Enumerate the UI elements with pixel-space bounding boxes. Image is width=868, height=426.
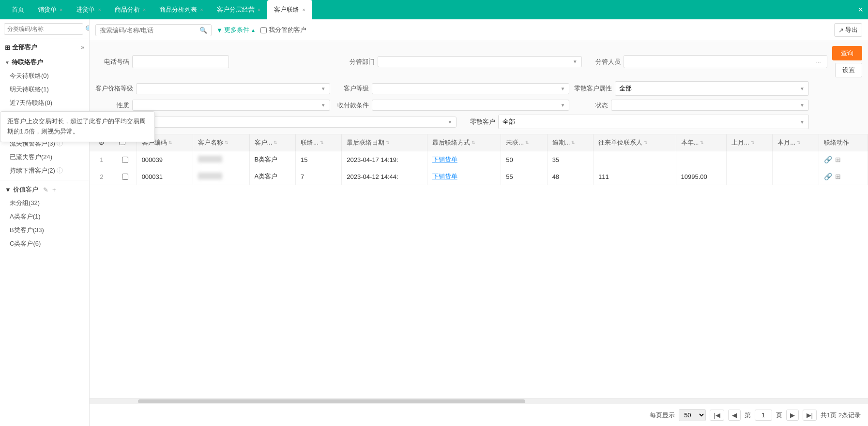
dept-select[interactable]: ▼ [378, 56, 581, 67]
nav-customer-seg-close[interactable]: × [258, 7, 260, 13]
row1-link-icon[interactable]: 🔗 [824, 156, 832, 163]
page-first-btn[interactable]: |◀ [710, 410, 724, 421]
row1-index: 1 [90, 151, 114, 168]
filter-customer-type: 客户类型 ▼ [109, 117, 457, 128]
page-prev-btn[interactable]: ◀ [728, 410, 741, 421]
filter-icon: ▼ [216, 27, 223, 34]
row2-checkbox[interactable] [114, 168, 137, 185]
per-page-label: 每页显示 [650, 411, 675, 420]
sidebar-item-7days[interactable]: 近7天待联络(0) [0, 96, 89, 110]
grade-sort-icon[interactable]: ⇅ [274, 140, 277, 145]
sidebar-all-customers[interactable]: ⊞ 全部客户 » [0, 39, 89, 56]
this-month-sort-icon[interactable]: ⇅ [797, 140, 801, 145]
phone-input[interactable] [132, 55, 229, 68]
date-sort-icon[interactable]: ⇅ [386, 140, 390, 145]
search-icon[interactable]: 🔍 [199, 27, 207, 34]
nav-product-list[interactable]: 商品分析列表 × [152, 0, 210, 19]
row1-last-method[interactable]: 下销货单 [427, 151, 501, 168]
row2-last-method[interactable]: 下销货单 [427, 168, 501, 185]
nav-product-list-close[interactable]: × [200, 7, 203, 13]
row2-last-date: 2023-04-12 14:44: [342, 168, 427, 185]
row2-linked-person: 111 [594, 168, 676, 185]
nav-home[interactable]: 首页 [5, 0, 31, 19]
status-select[interactable]: ▼ [611, 100, 809, 111]
price-grade-arrow: ▼ [321, 86, 326, 91]
page-next-btn[interactable]: ▶ [786, 410, 799, 421]
add-icon[interactable]: + [52, 186, 56, 193]
sidebar-item-ungroup[interactable]: 未分组(32) [0, 196, 89, 210]
person-dots[interactable]: ··· [814, 58, 823, 65]
page-last-btn[interactable]: ▶| [803, 410, 817, 421]
horizontal-scrollbar[interactable] [90, 398, 868, 404]
per-page-select[interactable]: 50 10 20 100 [679, 409, 706, 421]
code-sort-icon[interactable]: ⇅ [168, 140, 172, 145]
grade-label: 客户等级 [335, 84, 369, 93]
grade-select[interactable]: ▼ [372, 83, 570, 94]
page-input[interactable] [755, 410, 772, 421]
sidebar-item-today[interactable]: 今天待联络(0) [0, 69, 89, 83]
person-label: 分管人员 [587, 58, 621, 66]
nav-customer-contact-close[interactable]: × [302, 7, 305, 13]
overdue-sort-icon[interactable]: ⇅ [571, 140, 575, 145]
sidebar-pending-group[interactable]: ▼ 待联络客户 [0, 56, 89, 69]
pay-term-arrow: ▼ [560, 103, 565, 108]
nav-customer-seg[interactable]: 客户分层经营 × [210, 0, 267, 19]
price-grade-select[interactable]: ▼ [136, 83, 330, 94]
sidebar-item-tomorrow[interactable]: 明天待联络(1) [0, 83, 89, 96]
phone-label: 电话号码 [95, 58, 129, 66]
window-close-button[interactable]: × [858, 5, 863, 14]
zero-attr-select[interactable]: 全部 ▼ [615, 81, 809, 96]
pay-term-select[interactable]: ▼ [372, 100, 570, 111]
nav-sales-close[interactable]: × [60, 7, 62, 13]
sidebar-item-a-class[interactable]: A类客户(1) [0, 210, 89, 223]
col-uncontacted: 未联... ⇅ [501, 134, 547, 151]
sidebar-item-declining[interactable]: 持续下滑客户(2) ⓘ [0, 164, 89, 177]
gender-select[interactable]: ▼ [132, 100, 330, 111]
more-conditions-btn[interactable]: ▼ 更多条件 ▲ [216, 26, 256, 34]
sidebar-item-b-class[interactable]: B类客户(33) [0, 223, 89, 237]
arrow-down-icon-2: ▼ [5, 186, 11, 193]
name-sort-icon[interactable]: ⇅ [225, 140, 228, 145]
last-month-sort-icon[interactable]: ⇅ [751, 140, 755, 145]
query-button[interactable]: 查询 [832, 46, 862, 60]
uncontacted-sort-icon[interactable]: ⇅ [525, 140, 529, 145]
sidebar-search-input[interactable] [4, 23, 83, 35]
search-input[interactable] [100, 27, 198, 34]
contact-sort-icon[interactable]: ⇅ [320, 140, 324, 145]
sidebar-search-icon[interactable]: 🔍 [85, 25, 90, 33]
row2-grade: A类客户 [249, 168, 295, 185]
search-wrap: 🔍 [95, 24, 212, 36]
person-select[interactable]: ··· [624, 55, 827, 68]
table-row: 2 000031 A类客户 7 2023-04-12 14:44: 下销货单 5… [90, 168, 868, 185]
row2-index: 2 [90, 168, 114, 185]
year-sort-icon[interactable]: ⇅ [700, 140, 704, 145]
zero-customer-select[interactable]: 全部 ▼ [498, 115, 809, 129]
row2-grid-icon[interactable]: ⊞ [835, 173, 841, 180]
sidebar-item-c-class[interactable]: C类客户(6) [0, 237, 89, 250]
scrollbar-thumb[interactable] [138, 399, 525, 403]
export-button[interactable]: ↗ 导出 [834, 23, 862, 37]
col-last-date: 最后联络日期 ⇅ [342, 134, 427, 151]
person-sort-icon[interactable]: ⇅ [644, 140, 648, 145]
method-sort-icon[interactable]: ⇅ [472, 140, 475, 145]
sidebar-value-header[interactable]: ▼ 价值客户 ✎ + [0, 183, 89, 196]
nav-sales[interactable]: 销货单 × [31, 0, 69, 19]
nav-purchase-close[interactable]: × [98, 7, 101, 13]
sidebar-item-lost[interactable]: 已流失客户(24) [0, 150, 89, 164]
settings-button[interactable]: 设置 [835, 63, 862, 77]
row1-grid-icon[interactable]: ⊞ [835, 156, 841, 163]
col-linked-person: 往来单位联系人 ⇅ [594, 134, 676, 151]
nav-customer-contact[interactable]: 客户联络 × [267, 0, 312, 19]
edit-icon[interactable]: ✎ [43, 186, 48, 193]
sidebar-collapse-icon[interactable]: » [81, 44, 84, 51]
my-customers-checkbox[interactable] [260, 27, 267, 33]
nav-purchase[interactable]: 进货单 × [69, 0, 107, 19]
row1-checkbox[interactable] [114, 151, 137, 168]
nav-product-analysis-close[interactable]: × [143, 7, 146, 13]
customer-type-select[interactable]: ▼ [146, 117, 457, 128]
my-customers-toggle[interactable]: 我分管的客户 [260, 26, 306, 34]
row1-this-month [773, 151, 819, 168]
nav-product-analysis[interactable]: 商品分析 × [108, 0, 152, 19]
main-layout: 🔍 ⊞ 全部客户 » ▼ 待联络客户 今天待联络(0) 明天待联络(1) 近7 [0, 19, 868, 426]
row2-link-icon[interactable]: 🔗 [824, 173, 832, 180]
